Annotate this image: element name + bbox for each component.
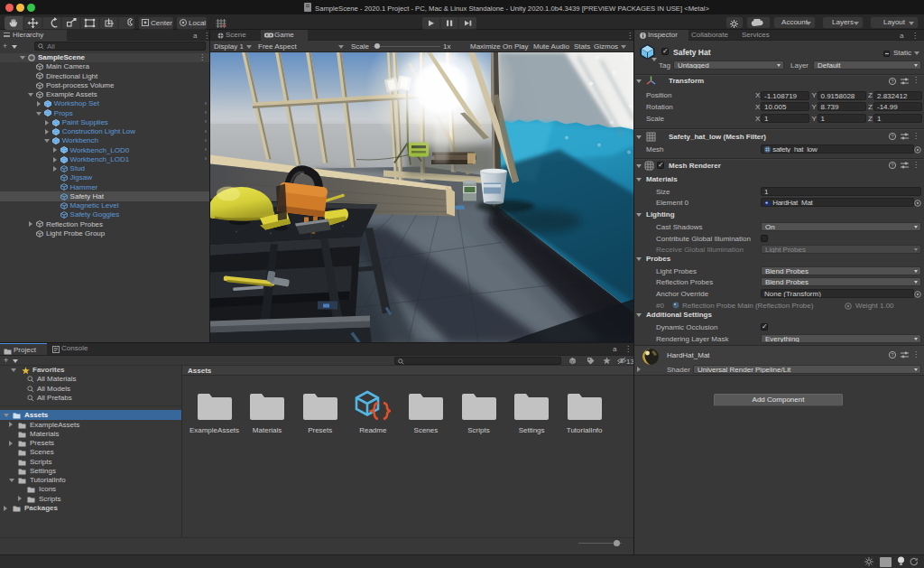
svg-text:?: ?	[891, 352, 893, 358]
svg-text:?: ?	[891, 79, 893, 84]
svg-text:?: ?	[891, 163, 893, 168]
svg-text:?: ?	[891, 134, 893, 139]
